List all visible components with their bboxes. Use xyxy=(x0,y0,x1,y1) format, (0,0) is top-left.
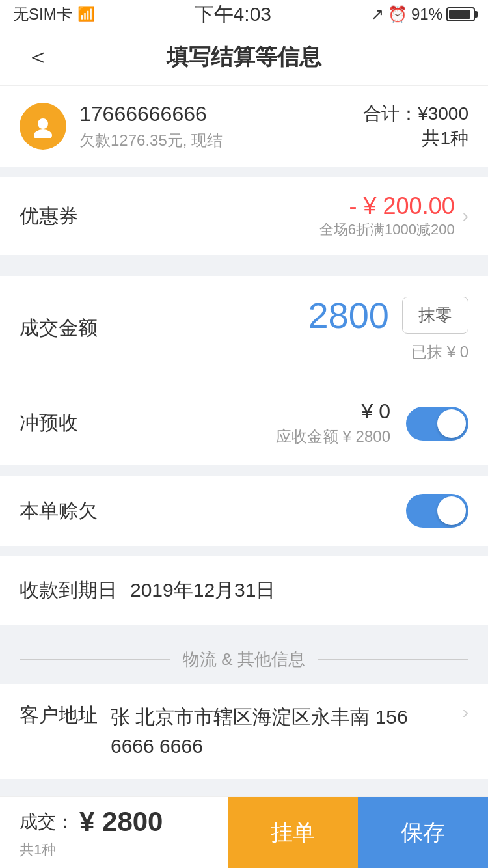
bottom-count: 共1种 xyxy=(20,840,208,860)
svg-point-1 xyxy=(34,129,52,138)
coupon-desc: 全场6折满1000减200 xyxy=(319,220,455,239)
deal-amount-value-row: 2800 抹零 xyxy=(308,294,468,336)
due-date-row: 收款到期日 2019年12月31日 xyxy=(0,556,488,625)
logistics-line-right xyxy=(318,659,468,660)
customer-card: 17666666666 欠款1276.35元, 现结 合计：¥3000 共1种 xyxy=(0,86,488,167)
address-chevron-icon: › xyxy=(463,702,468,723)
customer-total: 合计：¥3000 共1种 xyxy=(363,102,468,151)
logistics-line-left xyxy=(20,659,170,660)
item-count: 共1种 xyxy=(363,126,468,151)
location-icon: ↗ xyxy=(371,5,384,23)
round-zero-button[interactable]: 抹零 xyxy=(402,297,468,334)
receivable-amount: 应收金额 ¥ 2800 xyxy=(276,426,390,447)
save-button[interactable]: 保存 xyxy=(358,797,488,868)
deal-amount-label: 成交金额 xyxy=(20,315,98,342)
pre-receive-info: ¥ 0 应收金额 ¥ 2800 xyxy=(276,400,390,447)
customer-phone: 17666666666 xyxy=(79,102,223,126)
content-area: 17666666666 欠款1276.35元, 现结 合计：¥3000 共1种 … xyxy=(0,86,488,868)
wifi-icon: 📶 xyxy=(77,6,95,23)
arrears-row: 本单赊欠 xyxy=(0,476,488,546)
coupon-right: - ¥ 200.00 全场6折满1000减200 › xyxy=(319,193,468,239)
customer-left: 17666666666 欠款1276.35元, 现结 xyxy=(20,102,223,151)
logistics-section: 物流 & 其他信息 客户地址 张 北京市市辖区海淀区永丰南 156 6666 6… xyxy=(0,635,488,779)
nav-bar: ＜ 填写结算等信息 xyxy=(0,29,488,86)
pre-receive-row: 冲预收 ¥ 0 应收金额 ¥ 2800 xyxy=(0,381,488,465)
logistics-title: 物流 & 其他信息 xyxy=(183,648,305,671)
bottom-amount: ¥ 2800 xyxy=(79,806,163,837)
bottom-summary: 成交： ¥ 2800 共1种 xyxy=(0,797,228,868)
form-section: 成交金额 2800 抹零 已抹 ¥ 0 冲预收 ¥ 0 应收金额 ¥ 2800 xyxy=(0,276,488,465)
arrears-label: 本单赊欠 xyxy=(20,498,98,524)
bottom-deal-label: 成交： xyxy=(20,809,74,834)
pre-amount-value: ¥ 0 xyxy=(276,400,390,424)
avatar xyxy=(20,103,66,150)
pre-receive-label: 冲预收 xyxy=(20,410,78,437)
coupon-discount: - ¥ 200.00 xyxy=(319,193,455,220)
status-bar: 无SIM卡 📶 下午4:03 ↗ ⏰ 91% xyxy=(0,0,488,29)
arrears-section: 本单赊欠 xyxy=(0,476,488,546)
toggle-knob xyxy=(437,409,466,438)
deal-amount-row: 成交金额 2800 抹零 已抹 ¥ 0 xyxy=(0,276,488,381)
chevron-right-icon: › xyxy=(463,206,468,226)
coupon-row[interactable]: 优惠券 - ¥ 200.00 全场6折满1000减200 › xyxy=(0,177,488,255)
customer-info: 17666666666 欠款1276.35元, 现结 xyxy=(79,102,223,151)
bottom-bar: 成交： ¥ 2800 共1种 挂单 保存 xyxy=(0,796,488,868)
coupon-label: 优惠券 xyxy=(20,203,78,230)
carrier-text: 无SIM卡 xyxy=(13,4,72,25)
svg-point-0 xyxy=(38,118,48,129)
toggle-knob-2 xyxy=(437,496,466,525)
battery-icon xyxy=(446,7,475,21)
status-left: 无SIM卡 📶 xyxy=(13,4,95,25)
battery-percent: 91% xyxy=(411,5,442,23)
back-button[interactable]: ＜ xyxy=(20,34,56,79)
customer-debt: 欠款1276.35元, 现结 xyxy=(79,130,223,151)
alarm-icon: ⏰ xyxy=(388,5,407,23)
due-date-value: 2019年12月31日 xyxy=(130,577,275,604)
hang-button[interactable]: 挂单 xyxy=(228,797,358,868)
address-label: 客户地址 xyxy=(20,702,98,729)
section-divider-2 xyxy=(0,465,488,476)
pre-receive-toggle[interactable] xyxy=(406,407,468,441)
section-divider-1 xyxy=(0,265,488,276)
total-amount: 合计：¥3000 xyxy=(363,102,468,126)
status-time: 下午4:03 xyxy=(195,1,271,28)
status-right: ↗ ⏰ 91% xyxy=(371,5,475,23)
logistics-header: 物流 & 其他信息 xyxy=(0,635,488,684)
page-title: 填写结算等信息 xyxy=(167,42,321,72)
zeroed-note: 已抹 ¥ 0 xyxy=(411,342,468,362)
address-value: 张 北京市市辖区海淀区永丰南 156 6666 6666 xyxy=(111,702,450,761)
deal-amount-number: 2800 xyxy=(308,294,389,336)
due-date-label: 收款到期日 xyxy=(20,577,117,604)
bottom-total-row: 成交： ¥ 2800 xyxy=(20,806,208,837)
address-row[interactable]: 客户地址 张 北京市市辖区海淀区永丰南 156 6666 6666 › xyxy=(0,684,488,779)
arrears-toggle[interactable] xyxy=(406,494,468,528)
